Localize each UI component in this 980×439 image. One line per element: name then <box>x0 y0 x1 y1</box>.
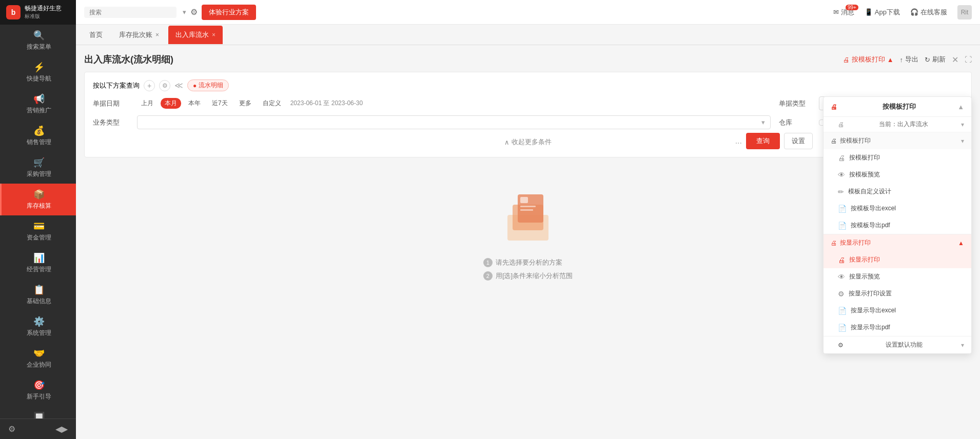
tab-flow-label: 出入库流水 <box>175 30 209 39</box>
expand-btn[interactable]: ⛶ <box>965 55 972 64</box>
dropdown-item-display-settings[interactable]: ⚙ 按显示打印设置 <box>824 285 971 302</box>
sidebar-item-guide[interactable]: 🎯 新手引导 <box>0 374 76 406</box>
search-chevron-icon[interactable]: ▾ <box>183 8 186 16</box>
filter-collapse-arrow[interactable]: ≪ <box>174 81 183 90</box>
filter-label: 按以下方案查询 <box>93 81 140 90</box>
svg-rect-5 <box>520 209 533 211</box>
print-template-btn[interactable]: 🖨 按模板打印 ▲ <box>843 55 894 64</box>
topbar-gear-icon[interactable]: ⚙ <box>190 7 198 17</box>
dropdown-item-display-pdf[interactable]: 📄 按显示导出pdf <box>824 319 971 336</box>
sidebar-item-basic[interactable]: 📋 基础信息 <box>0 279 76 311</box>
biz-select-arrow-icon: ▾ <box>761 118 765 126</box>
dropdown-footer[interactable]: ⚙ 设置默认功能 ▾ <box>824 336 971 353</box>
sidebar-item-sales[interactable]: 💰 销售管理 <box>0 120 76 152</box>
sidebar-collapse-icon[interactable]: ◀▶ <box>55 424 68 434</box>
print-template-label: 按模板打印 <box>852 55 885 64</box>
filter-add-btn[interactable]: + <box>144 80 155 91</box>
sidebar-item-purchase[interactable]: 🛒 采购管理 <box>0 152 76 184</box>
sidebar-item-finance[interactable]: 💳 资金管理 <box>0 215 76 247</box>
empty-step-1-text: 请先选择要分析的方案 <box>496 256 562 269</box>
sidebar-nav: 🔍 搜索菜单 ⚡ 快捷导航 📢 营销推广 💰 销售管理 🛒 采购管理 📦 库存核… <box>0 25 76 418</box>
dropdown-item-template-excel[interactable]: 📄 按模板导出excel <box>824 200 971 217</box>
date-btn-custom[interactable]: 自定义 <box>259 98 285 109</box>
online-service-btn[interactable]: 🎧 在线客服 <box>910 8 947 17</box>
date-btn-7days[interactable]: 近7天 <box>208 98 232 109</box>
topbar-search-box[interactable] <box>84 7 177 18</box>
logo-icon: b <box>6 5 21 19</box>
dropdown-printer-icon: 🖨 <box>831 103 837 111</box>
sales-icon: 💰 <box>33 125 45 136</box>
empty-illustration <box>497 184 559 246</box>
search-input[interactable] <box>89 9 171 16</box>
sidebar-item-operation[interactable]: 📊 经营管理 <box>0 247 76 279</box>
user-avatar[interactable]: Rit <box>957 5 972 19</box>
tab-flow-close-icon[interactable]: × <box>212 31 215 38</box>
sidebar-item-app[interactable]: 🔲 应用中心 <box>0 406 76 418</box>
close-panel-btn[interactable]: ✕ <box>952 55 958 65</box>
item-display-excel-icon: 📄 <box>838 307 847 315</box>
date-btn-thisyear[interactable]: 本年 <box>184 98 205 109</box>
sidebar-bottom: ⚙ ◀▶ <box>0 418 76 439</box>
dropdown-item-template-print[interactable]: 🖨 按模板打印 <box>824 149 971 166</box>
dropdown-title: 按模板打印 <box>883 102 916 111</box>
sidebar-label-purchase: 采购管理 <box>27 170 51 178</box>
dropdown-item-display-excel[interactable]: 📄 按显示导出excel <box>824 302 971 319</box>
more-actions-btn[interactable]: ... <box>735 133 742 149</box>
sidebar: b 畅捷通好生意 标准版 🔍 搜索菜单 ⚡ 快捷导航 📢 营销推广 💰 销售管理… <box>0 0 76 439</box>
app-download-btn[interactable]: 📱 App下载 <box>865 8 900 17</box>
tab-home[interactable]: 首页 <box>82 26 110 44</box>
date-btn-lastmonth[interactable]: 上月 <box>137 98 158 109</box>
export-btn[interactable]: ↑ 导出 <box>900 55 919 64</box>
template-section-icon: 🖨 <box>831 137 837 145</box>
item-display-preview-icon: 👁 <box>838 273 845 281</box>
date-btn-thismonth[interactable]: 本月 <box>161 98 181 109</box>
footer-settings-icon: ⚙ <box>838 342 844 349</box>
tab-batch[interactable]: 库存批次账 × <box>112 26 166 44</box>
template-section-arrow-icon: ▾ <box>961 137 964 145</box>
template-section-header[interactable]: 🖨 按模板打印 ▾ <box>824 132 971 149</box>
sidebar-item-search[interactable]: 🔍 搜索菜单 <box>0 25 76 56</box>
tab-flow[interactable]: 出入库流水 × <box>168 26 223 44</box>
dropdown-item-template-pdf[interactable]: 📄 按模板导出pdf <box>824 217 971 234</box>
sidebar-label-guide: 新手引导 <box>27 392 51 401</box>
dropdown-item-template-preview[interactable]: 👁 按模板预览 <box>824 166 971 183</box>
sidebar-label-marketing: 营销推广 <box>27 106 51 115</box>
biz-select[interactable]: ▾ <box>137 115 771 129</box>
message-icon: ✉ <box>833 8 839 16</box>
filter-top-row: 按以下方案查询 + ⚙ ≪ ● 流水明细 <box>93 79 963 91</box>
tab-batch-close-icon[interactable]: × <box>155 31 159 38</box>
sidebar-item-marketing[interactable]: 📢 营销推广 <box>0 88 76 120</box>
sidebar-item-inventory[interactable]: 📦 库存核算 <box>0 184 76 215</box>
date-btn-more[interactable]: 更多 <box>235 98 256 109</box>
current-arrow-icon[interactable]: ▾ <box>961 121 964 128</box>
sidebar-label-operation: 经营管理 <box>27 265 51 274</box>
app-download-label: App下载 <box>875 8 900 17</box>
dropdown-item-template-customize[interactable]: ✏ 模板自定义设计 <box>824 183 971 200</box>
sidebar-item-quicknav[interactable]: ⚡ 快捷导航 <box>0 56 76 88</box>
footer-arrow-icon: ▾ <box>961 342 964 349</box>
inventory-icon: 📦 <box>33 189 45 200</box>
app-edition: 标准版 <box>25 13 62 20</box>
refresh-btn[interactable]: ↻ 刷新 <box>925 55 946 64</box>
date-range-text: 2023-06-01 至 2023-06-30 <box>290 99 363 108</box>
sidebar-label-inventory: 库存核算 <box>27 202 51 210</box>
dropdown-item-display-print[interactable]: 🖨 按显示打印 <box>824 251 971 268</box>
display-section-header[interactable]: 🖨 按显示打印 ▲ <box>824 234 971 251</box>
sidebar-item-system[interactable]: ⚙️ 系统管理 <box>0 311 76 343</box>
dropdown-header: 🖨 按模板打印 ▲ <box>824 97 971 117</box>
item-template-preview-label: 按模板预览 <box>849 170 880 179</box>
filter-settings-btn[interactable]: ⚙ <box>159 80 170 91</box>
sidebar-item-collab[interactable]: 🤝 企业协同 <box>0 343 76 374</box>
empty-text: 1 请先选择要分析的方案 2 用[选]条件来缩小分析范围 <box>483 256 573 283</box>
settings-btn[interactable]: 设置 <box>784 133 813 149</box>
filter-tag-item[interactable]: ● 流水明细 <box>187 79 229 91</box>
message-btn[interactable]: ✉ 消息 99+ <box>833 8 854 17</box>
query-btn[interactable]: 查询 <box>746 133 780 149</box>
online-service-label: 在线客服 <box>920 8 947 17</box>
industry-btn[interactable]: 体验行业方案 <box>202 5 256 20</box>
sidebar-settings-icon[interactable]: ⚙ <box>8 424 15 434</box>
sidebar-label-basic: 基础信息 <box>27 297 51 306</box>
refresh-label: 刷新 <box>932 55 946 64</box>
dropdown-collapse-icon[interactable]: ▲ <box>957 103 964 111</box>
dropdown-item-display-preview[interactable]: 👁 按显示预览 <box>824 268 971 285</box>
